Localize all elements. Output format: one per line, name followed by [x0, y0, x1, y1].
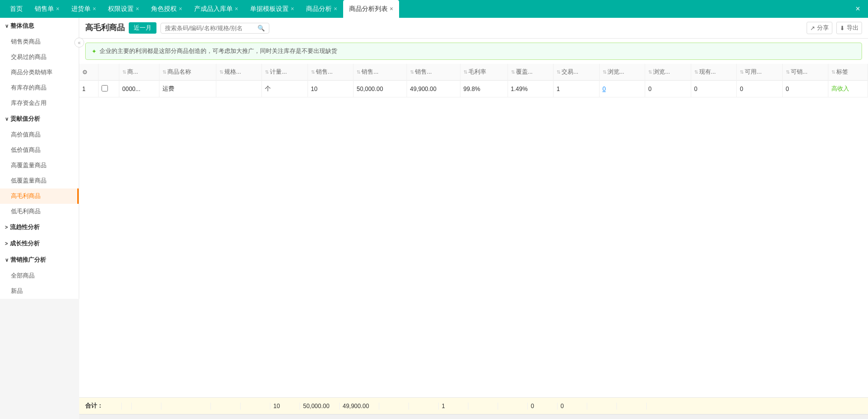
sort-icon-transaction[interactable]: ⇅	[557, 69, 561, 75]
nav-close-icon-2[interactable]: ×	[93, 5, 96, 12]
export-button[interactable]: ⬇ 导出	[836, 22, 862, 34]
nav-item-3[interactable]: 权限设置 ×	[102, 0, 145, 18]
sidebar-item-0-0[interactable]: 销售类商品	[0, 34, 79, 49]
col-header-views2[interactable]: ⇅浏览...	[645, 64, 691, 81]
sidebar-collapse-button[interactable]: «	[74, 38, 84, 47]
sort-icon-views2[interactable]: ⇅	[648, 69, 652, 75]
bottom-scrollbar[interactable]	[79, 414, 868, 419]
nav-close-icon-8[interactable]: ×	[390, 5, 393, 12]
cell-current_stock-0: 0	[691, 81, 737, 97]
chevron-icon-3: >	[5, 241, 8, 246]
sort-icon-code[interactable]: ⇅	[122, 69, 126, 75]
nav-close-icon-4[interactable]: ×	[179, 5, 182, 12]
close-app-button[interactable]: ×	[856, 4, 864, 13]
nav-close-icon-5[interactable]: ×	[235, 5, 238, 12]
sort-icon-current_stock[interactable]: ⇅	[694, 69, 698, 75]
sidebar-item-0-3[interactable]: 有库存的商品	[0, 80, 79, 95]
sidebar-item-1-5[interactable]: 低毛利商品	[0, 204, 79, 219]
period-button[interactable]: 近一月	[129, 22, 156, 34]
col-header-current_stock[interactable]: ⇅现有...	[691, 64, 737, 81]
sidebar-section-label-2: 流趋性分析	[10, 223, 40, 232]
sidebar-item-0-2[interactable]: 商品分类助销率	[0, 65, 79, 80]
sort-icon-available_stock[interactable]: ⇅	[740, 69, 744, 75]
col-label-tag: 标签	[836, 68, 848, 75]
sidebar-item-4-0[interactable]: 全部商品	[0, 268, 79, 283]
sort-icon-gross_margin[interactable]: ⇅	[463, 69, 467, 75]
col-header-name[interactable]: ⇅商品名称	[159, 64, 216, 81]
col-header-spec[interactable]: ⇅规格...	[216, 64, 262, 81]
footer-label: 合计：	[85, 402, 103, 410]
info-icon: ✦	[92, 48, 97, 55]
nav-close-icon-7[interactable]: ×	[334, 5, 337, 12]
sidebar-item-1-4[interactable]: 高毛利商品	[0, 188, 79, 204]
col-header-views1[interactable]: ⇅浏览...	[599, 64, 645, 81]
page-title: 高毛利商品	[85, 23, 125, 33]
col-header-tag[interactable]: ⇅标签	[828, 64, 868, 81]
footer-cell-spacer5	[211, 403, 241, 410]
search-icon[interactable]: 🔍	[257, 25, 265, 32]
cell-coverage-0: 1.49%	[508, 81, 554, 97]
nav-item-5[interactable]: 产成品入库单 ×	[188, 0, 244, 18]
col-header-available_stock[interactable]: ⇅可用...	[737, 64, 783, 81]
sidebar-section-3[interactable]: >成长性分析	[0, 235, 79, 252]
nav-item-0[interactable]: 首页	[4, 0, 29, 18]
sidebar-item-1-3[interactable]: 低覆盖量商品	[0, 173, 79, 188]
col-header-gross_margin[interactable]: ⇅毛利率	[460, 64, 508, 81]
share-button[interactable]: ↗ 分享	[807, 22, 832, 34]
col-header-unit[interactable]: ⇅计量...	[262, 64, 308, 81]
nav-item-8[interactable]: 商品分析列表 ×	[343, 0, 399, 18]
col-header-saleable_stock[interactable]: ⇅可销...	[782, 64, 828, 81]
top-nav: 首页销售单 ×进货单 ×权限设置 ×角色授权 ×产成品入库单 ×单据模板设置 ×…	[0, 0, 868, 18]
cell-views2-0: 0	[645, 81, 691, 97]
sidebar-item-0-1[interactable]: 交易过的商品	[0, 49, 79, 65]
sidebar-item-4-1[interactable]: 新品	[0, 283, 79, 299]
col-label-name: 商品名称	[167, 68, 191, 75]
info-text: 企业的主要的利润都是这部分商品创造的，可考虑加大推广，同时关注库存是不要出现缺货	[100, 47, 337, 55]
sidebar-item-1-1[interactable]: 低价值商品	[0, 142, 79, 158]
col-header-sales_profit[interactable]: ⇅销售...	[407, 64, 460, 81]
col-header-sales_amount[interactable]: ⇅销售...	[354, 64, 407, 81]
nav-close-icon-6[interactable]: ×	[291, 5, 294, 12]
sort-icon-unit[interactable]: ⇅	[265, 69, 269, 75]
col-header-transaction[interactable]: ⇅交易...	[554, 64, 600, 81]
footer-cell-spacer3	[132, 403, 161, 410]
nav-close-icon-3[interactable]: ×	[136, 5, 139, 12]
nav-item-7[interactable]: 商品分析 ×	[300, 0, 343, 18]
views-link-0[interactable]: 0	[603, 86, 606, 93]
footer-cell-transaction: 1	[439, 403, 468, 410]
col-header-sales_qty[interactable]: ⇅销售...	[307, 64, 354, 81]
nav-item-2[interactable]: 进货单 ×	[65, 0, 102, 18]
sort-icon-sales_amount[interactable]: ⇅	[357, 69, 360, 75]
footer-cell-views1	[468, 403, 498, 410]
nav-close-icon-1[interactable]: ×	[56, 5, 59, 12]
nav-item-4[interactable]: 角色授权 ×	[145, 0, 188, 18]
footer-cell-sales_amount: 50,000.00	[300, 403, 340, 410]
export-icon: ⬇	[840, 25, 845, 32]
sort-icon-coverage[interactable]: ⇅	[511, 69, 515, 75]
col-header-coverage[interactable]: ⇅覆盖...	[508, 64, 554, 81]
col-label-sales_profit: 销售...	[415, 68, 432, 75]
nav-item-6[interactable]: 单据模板设置 ×	[244, 0, 300, 18]
row-checkbox-0[interactable]	[102, 85, 108, 92]
sort-icon-name[interactable]: ⇅	[162, 69, 166, 75]
sort-icon-tag[interactable]: ⇅	[831, 69, 835, 75]
col-header-code[interactable]: ⇅商...	[119, 64, 159, 81]
sort-icon-saleable_stock[interactable]: ⇅	[786, 69, 790, 75]
sort-icon-spec[interactable]: ⇅	[219, 69, 223, 75]
footer-cell-gross_margin	[379, 403, 409, 410]
sidebar-section-1[interactable]: ∨贡献值分析	[0, 111, 79, 127]
footer-cell-spacer2	[122, 403, 132, 410]
cell-name-0: 运费	[159, 81, 216, 97]
sidebar-section-2[interactable]: >流趋性分析	[0, 219, 79, 235]
sidebar-section-4[interactable]: ∨营销推广分析	[0, 252, 79, 268]
sidebar-item-0-4[interactable]: 库存资金占用	[0, 95, 79, 111]
sidebar-section-0[interactable]: ∨整体信息	[0, 18, 79, 34]
sort-icon-views1[interactable]: ⇅	[603, 69, 607, 75]
sort-icon-sales_qty[interactable]: ⇅	[311, 69, 315, 75]
sidebar-item-1-2[interactable]: 高覆盖量商品	[0, 158, 79, 173]
nav-item-1[interactable]: 销售单 ×	[29, 0, 65, 18]
search-input[interactable]	[165, 25, 257, 32]
sidebar-item-1-0[interactable]: 高价值商品	[0, 127, 79, 142]
col-header-checkbox	[98, 64, 119, 81]
sort-icon-sales_profit[interactable]: ⇅	[410, 69, 414, 75]
